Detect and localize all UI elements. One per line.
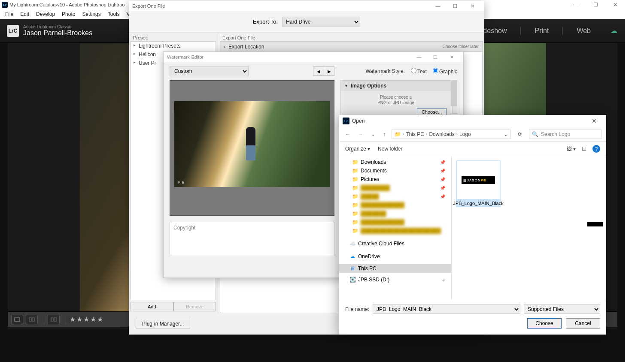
svg-rect-2: [32, 318, 34, 321]
watermark-toprow: Custom ◀ ▶ Watermark Style: Text Graphic: [164, 62, 463, 80]
nav-recent-button[interactable]: ⌄: [369, 131, 377, 137]
menu-photo[interactable]: Photo: [59, 10, 78, 18]
crumb-logo[interactable]: Logo: [459, 131, 471, 137]
filename-input[interactable]: JPB_Logo_MAIN_Black: [373, 305, 520, 314]
export-maximize-button[interactable]: ☐: [447, 3, 464, 9]
folder-icon: 📁: [352, 219, 358, 225]
nav-forward-button[interactable]: →: [356, 131, 365, 137]
file-pane[interactable]: ▦JASONPB JPB_Logo_MAIN_Black: [452, 156, 606, 300]
style-text-radio-label[interactable]: Text: [407, 68, 427, 75]
tree-documents[interactable]: 📁Documents📌: [339, 166, 451, 175]
module-print[interactable]: Print: [534, 25, 550, 36]
loupe-view-button[interactable]: [11, 315, 23, 324]
tree-blur-3[interactable]: 📁████████████: [339, 201, 451, 209]
watermark-scrollbar[interactable]: [452, 80, 457, 114]
export-close-button[interactable]: ✕: [464, 3, 481, 9]
tree-creative-cloud[interactable]: ☁️Creative Cloud Files: [339, 239, 451, 248]
export-minimize-button[interactable]: —: [429, 3, 447, 9]
copyright-textarea[interactable]: Copyright: [170, 222, 334, 256]
preset-add-button[interactable]: Add: [131, 302, 173, 311]
open-close-button[interactable]: ✕: [586, 118, 603, 124]
chevron-down-icon[interactable]: ⌄: [504, 131, 508, 137]
minimize-button[interactable]: —: [566, 0, 586, 9]
pin-icon: 📌: [440, 186, 445, 190]
svg-rect-1: [29, 318, 31, 321]
open-cancel-button[interactable]: Cancel: [566, 318, 600, 329]
refresh-button[interactable]: ⟳: [515, 131, 525, 137]
tree-onedrive[interactable]: ☁OneDrive: [339, 252, 451, 261]
filetype-select[interactable]: Supported Files: [524, 305, 600, 314]
export-to-label: Export To:: [253, 18, 278, 25]
folder-tree[interactable]: 📁Downloads📌 📁Documents📌 📁Pictures📌 📁████…: [339, 156, 452, 300]
search-box[interactable]: 🔍 Search Logo: [529, 130, 602, 139]
export-to-row: Export To: Hard Drive: [129, 11, 484, 33]
window-title: My Lightroom Catalog-v10 - Adobe Photosh…: [9, 2, 125, 7]
window-controls: — ☐ ✕: [566, 0, 625, 9]
watermark-style-label: Watermark Style:: [365, 68, 405, 74]
menu-tools[interactable]: Tools: [105, 10, 122, 18]
prev-image-button[interactable]: ◀: [313, 67, 324, 75]
compare-view-button[interactable]: [26, 315, 38, 324]
menu-file[interactable]: File: [3, 10, 16, 18]
tree-blur-1[interactable]: 📁████████📌: [339, 184, 451, 192]
pin-icon: 📌: [440, 194, 445, 199]
open-toolbar: Organize ▾ New folder 🖼 ▾ ☐ ?: [339, 142, 606, 156]
crumb-thispc[interactable]: This PC: [406, 131, 424, 137]
preset-heading: Preset:: [129, 33, 218, 41]
preview-nav: ◀ ▶: [313, 66, 334, 76]
open-footer: File name: JPB_Logo_MAIN_Black Supported…: [339, 300, 606, 335]
folder-icon: 📁: [395, 131, 401, 137]
nav-up-button[interactable]: ↑: [381, 131, 387, 137]
tree-this-pc[interactable]: 🖥This PC: [339, 264, 451, 273]
tree-drive-d[interactable]: 💽JPB SSD (D:)⌄: [339, 275, 451, 284]
folder-icon: 📁: [352, 202, 358, 208]
tree-blur-5[interactable]: 📁████████████: [339, 218, 451, 226]
chevron-down-icon[interactable]: ⌄: [442, 278, 445, 282]
watermark-preset-select[interactable]: Custom: [170, 66, 249, 76]
chevron-down-icon: ▼: [344, 84, 348, 88]
help-icon[interactable]: ?: [592, 145, 600, 153]
watermark-close-button[interactable]: ✕: [444, 54, 460, 60]
cloud-sync-icon[interactable]: ☁: [610, 25, 618, 36]
menu-edit[interactable]: Edit: [18, 10, 32, 18]
section-export-location[interactable]: ▸ Export Location Choose folder later: [220, 42, 482, 52]
rating-stars[interactable]: ★★★★★: [70, 315, 104, 323]
next-image-button[interactable]: ▶: [324, 67, 334, 75]
watermark-minimize-button[interactable]: —: [411, 54, 427, 60]
address-bar[interactable]: 📁 ›This PC ›Downloads ›Logo ⌄: [392, 130, 511, 139]
tree-blur-6[interactable]: 📁██████████████████████: [339, 226, 451, 235]
nav-back-button[interactable]: ←: [343, 131, 352, 137]
tree-blur-4[interactable]: 📁███████: [339, 209, 451, 218]
watermark-overlay-text: PB: [178, 181, 186, 184]
style-graphic-radio-label[interactable]: Graphic: [429, 68, 457, 75]
tree-pictures[interactable]: 📁Pictures📌: [339, 175, 451, 184]
pc-icon: 🖥: [349, 265, 355, 272]
crumb-downloads[interactable]: Downloads: [429, 131, 454, 137]
close-button[interactable]: ✕: [605, 0, 625, 9]
preview-pane-button[interactable]: ☐: [582, 146, 586, 152]
tree-blur-2[interactable]: 📁█████📌: [339, 192, 451, 201]
file-item-logo[interactable]: ▦JASONPB JPB_Logo_MAIN_Black: [456, 160, 501, 207]
watermark-maximize-button[interactable]: ☐: [427, 54, 444, 60]
module-web[interactable]: Web: [576, 25, 592, 36]
style-text-radio[interactable]: [411, 68, 416, 73]
preset-lightroom[interactable]: Lightroom Presets: [131, 42, 216, 50]
menu-settings[interactable]: Settings: [79, 10, 103, 18]
pin-icon: 📌: [440, 160, 445, 165]
menu-develop[interactable]: Develop: [33, 10, 58, 18]
style-graphic-radio[interactable]: [433, 68, 438, 73]
chevron-right-icon: ▸: [224, 45, 226, 49]
open-choose-button[interactable]: Choose: [527, 318, 562, 329]
export-to-select[interactable]: Hard Drive: [282, 17, 360, 27]
new-folder-button[interactable]: New folder: [378, 146, 402, 152]
image-options-header[interactable]: ▼ Image Options: [341, 81, 451, 91]
tree-downloads[interactable]: 📁Downloads📌: [339, 158, 451, 166]
view-mode-button[interactable]: 🖼 ▾: [567, 146, 576, 152]
drive-icon: 💽: [349, 277, 355, 283]
plugin-manager-button[interactable]: Plug-in Manager...: [136, 319, 190, 329]
organize-menu[interactable]: Organize ▾: [345, 146, 370, 152]
survey-view-button[interactable]: [48, 315, 60, 324]
brand-subtitle: Adobe Lightroom Classic: [23, 24, 92, 29]
maximize-button[interactable]: ☐: [586, 0, 605, 9]
preset-remove-button[interactable]: Remove: [173, 302, 216, 311]
